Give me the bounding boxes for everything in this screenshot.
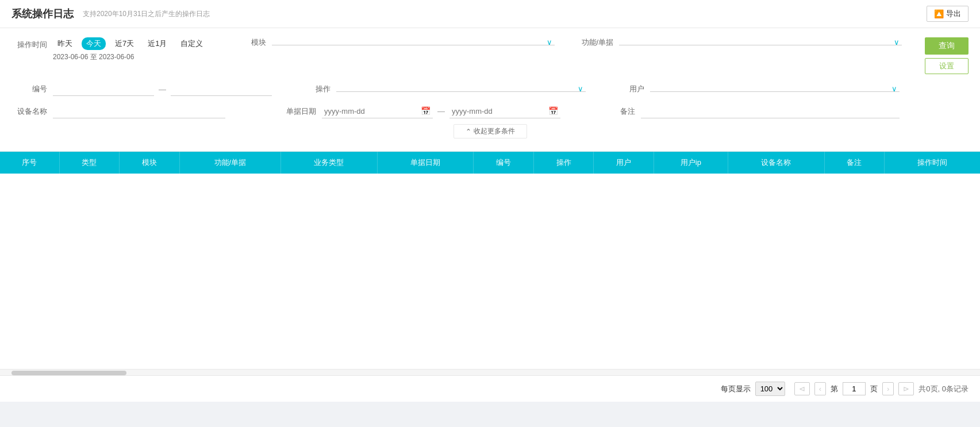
time-label: 操作时间 — [11, 40, 53, 50]
next-page-button[interactable]: › — [882, 382, 894, 395]
empty-area — [0, 174, 980, 369]
page-label: 第 — [831, 384, 838, 394]
voucher-date-label: 单据日期 — [276, 106, 322, 117]
collapse-bar: ⌃ 收起更多条件 — [11, 121, 969, 142]
per-page-label: 每页显示 — [721, 384, 751, 394]
filter-panel: 操作时间 昨天 今天 近7天 近1月 自定义 2023-06-06 至 2023… — [0, 28, 980, 152]
func-select[interactable]: ∨ — [619, 40, 902, 45]
page-number-input[interactable] — [843, 382, 866, 395]
op-chevron-icon: ∨ — [578, 84, 583, 93]
date-btn-1month[interactable]: 近1月 — [143, 37, 171, 50]
col-biz-type: 业务类型 — [281, 152, 378, 174]
user-select[interactable]: ∨ — [650, 87, 900, 92]
table-container: 序号 类型 模块 功能/单据 业务类型 单据日期 编号 操作 用户 用户ip 设… — [0, 152, 980, 369]
user-chevron-icon: ∨ — [891, 84, 897, 93]
date-range-text: 2023-06-06 至 2023-06-06 — [53, 52, 207, 62]
settings-button[interactable]: 设置 — [925, 58, 969, 74]
col-type: 类型 — [59, 152, 119, 174]
col-seq: 序号 — [0, 152, 59, 174]
date-btn-custom[interactable]: 自定义 — [176, 37, 207, 50]
collapse-button[interactable]: ⌃ 收起更多条件 — [454, 124, 527, 139]
col-user-ip: 用户ip — [654, 152, 728, 174]
voucher-date-end-input[interactable] — [452, 107, 548, 116]
func-label: 功能/单据 — [578, 37, 619, 48]
col-no: 编号 — [474, 152, 533, 174]
voucher-date-dash: — — [437, 107, 445, 116]
module-chevron-icon: ∨ — [547, 38, 552, 47]
remark-input[interactable] — [641, 105, 900, 118]
date-btn-yesterday[interactable]: 昨天 — [53, 37, 77, 50]
page-header: 系统操作日志 支持2020年10月31日之后产生的操作日志 🔼 导出 — [0, 0, 980, 28]
collapse-up-icon: ⌃ — [466, 128, 471, 136]
export-button[interactable]: 🔼 导出 — [927, 6, 969, 22]
calendar-icon-end[interactable]: 📅 — [548, 106, 558, 116]
col-device: 设备名称 — [728, 152, 824, 174]
date-btn-today[interactable]: 今天 — [82, 37, 106, 50]
col-user: 用户 — [594, 152, 654, 174]
collapse-label: 收起更多条件 — [474, 126, 515, 136]
no-label: 编号 — [11, 84, 53, 94]
data-table: 序号 类型 模块 功能/单据 业务类型 单据日期 编号 操作 用户 用户ip 设… — [0, 152, 980, 174]
col-module: 模块 — [120, 152, 179, 174]
horizontal-scrollbar[interactable] — [0, 369, 980, 376]
device-label: 设备名称 — [11, 106, 53, 117]
op-select[interactable]: ∨ — [336, 87, 586, 92]
table-header-row: 序号 类型 模块 功能/单据 业务类型 单据日期 编号 操作 用户 用户ip 设… — [0, 152, 980, 174]
query-button[interactable]: 查询 — [925, 37, 969, 55]
module-select[interactable]: ∨ — [272, 40, 555, 45]
last-page-button[interactable]: ⊳ — [898, 382, 914, 395]
func-chevron-icon: ∨ — [894, 38, 900, 47]
col-func: 功能/单据 — [179, 152, 280, 174]
voucher-date-start: 📅 — [322, 104, 433, 118]
calendar-icon-start[interactable]: 📅 — [421, 106, 431, 116]
device-input[interactable] — [53, 105, 225, 118]
page-total-text: 共0页, 0条记录 — [918, 384, 969, 394]
scrollbar-thumb[interactable] — [11, 371, 126, 375]
no-input-start[interactable] — [53, 82, 154, 96]
page-subtitle: 支持2020年10月31日之后产生的操作日志 — [83, 9, 210, 19]
page-title: 系统操作日志 — [11, 7, 74, 21]
col-voucher-date: 单据日期 — [377, 152, 474, 174]
action-buttons: 查询 设置 — [925, 37, 969, 74]
col-op-time: 操作时间 — [884, 152, 980, 174]
col-op: 操作 — [533, 152, 593, 174]
module-label: 模块 — [230, 37, 272, 48]
per-page-select[interactable]: 100 50 200 — [755, 382, 785, 396]
user-label: 用户 — [609, 84, 650, 94]
no-dash: — — [159, 85, 166, 94]
date-filter-area: 昨天 今天 近7天 近1月 自定义 2023-06-06 至 2023-06-0… — [53, 37, 207, 62]
voucher-date-start-input[interactable] — [324, 107, 421, 116]
export-icon: 🔼 — [934, 9, 944, 18]
col-remark: 备注 — [824, 152, 884, 174]
date-btn-7days[interactable]: 近7天 — [110, 37, 139, 50]
no-input-end[interactable] — [171, 82, 272, 96]
prev-page-button[interactable]: ‹ — [814, 382, 826, 395]
voucher-date-end: 📅 — [449, 104, 560, 118]
pagination-bar: 每页显示 100 50 200 ⊲ ‹ 第 页 › ⊳ 共0页, 0条记录 — [0, 376, 980, 402]
op-label: 操作 — [295, 84, 336, 94]
page-unit: 页 — [870, 384, 878, 394]
remark-label: 备注 — [599, 106, 641, 117]
first-page-button[interactable]: ⊲ — [794, 382, 810, 395]
